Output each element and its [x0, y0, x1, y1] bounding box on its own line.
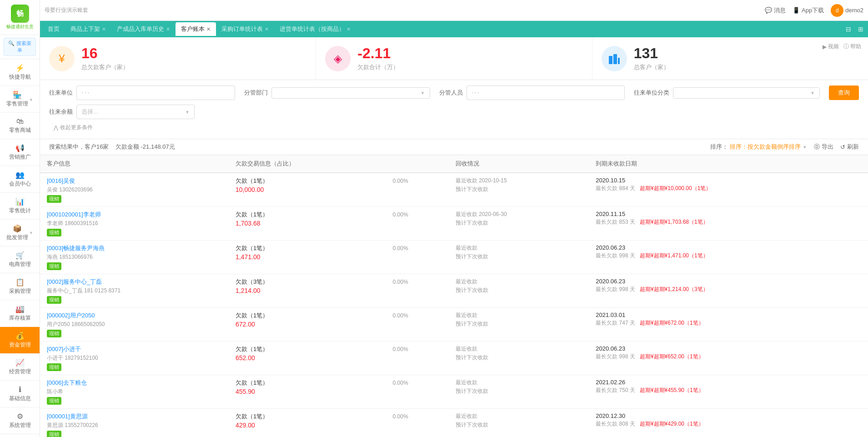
overdue-link-7[interactable]: 超期¥超期¥429.00（1笔）: [640, 421, 704, 427]
tab-product-status[interactable]: 商品上下架 ✕: [65, 22, 111, 36]
filter-select-category[interactable]: ▼: [673, 87, 820, 99]
customer-sub-5: 小进干 18279152100: [47, 354, 222, 362]
customer-name-4[interactable]: [000002]用户2050: [47, 311, 222, 320]
debt-amount-3[interactable]: 1,214.00: [236, 287, 379, 294]
app-download-btn[interactable]: 📱 App下载: [793, 6, 824, 15]
sidebar-item-operations[interactable]: 📈 经营管理: [0, 354, 40, 381]
sidebar-item-retail-mgmt[interactable]: 🏪 零售管理 ▲: [0, 86, 40, 113]
tabs-maximize-btn[interactable]: ⊞: [856, 25, 866, 34]
sidebar-item-member[interactable]: 👥 会员中心: [0, 166, 40, 193]
collapse-filter-btn[interactable]: ⋀ 收起更多条件: [49, 122, 859, 133]
overdue-link-3[interactable]: 超期¥超期¥1,214.00（3笔）: [640, 286, 708, 292]
tab-home[interactable]: 首页: [42, 22, 65, 36]
customer-name-0[interactable]: [0016]吴俊: [47, 177, 222, 185]
sidebar-item-quick-nav[interactable]: ⚡ 快捷导航: [0, 59, 40, 86]
debt-ratio-1: 0.00%: [393, 211, 442, 218]
customer-sub-6: 陈小希: [47, 388, 222, 396]
sidebar-item-inventory[interactable]: 🏭 库存核算: [0, 300, 40, 327]
message-btn[interactable]: 💬 消息: [765, 6, 786, 15]
query-button[interactable]: 查询: [829, 85, 859, 100]
overdue-link-0[interactable]: 超期¥超期¥10,000.00（1笔）: [640, 185, 711, 191]
sidebar-item-wholesale[interactable]: 📦 批发管理 ▼: [0, 220, 40, 246]
filter-input-partner[interactable]: ···: [76, 85, 235, 100]
sidebar: 畅 畅捷通好生意 🔍 搜索菜单 ⚡ 快捷导航 🏪 零售管理 ▲ 🛍 零售商城: [0, 0, 40, 437]
results-bar: 搜索结果中，客户16家 欠款金额 -21,148.07元 排序： 排序：按欠款金…: [40, 139, 868, 155]
purchase-icon: 📋: [2, 278, 37, 286]
export-btn[interactable]: ⓪ 导出: [814, 143, 833, 151]
cell-customer-6: [0006]去下粮仓 陈小希 现销: [40, 375, 229, 409]
debt-count-4: 欠款（1笔）: [236, 311, 379, 320]
customer-name-5[interactable]: [0007]小进干: [47, 345, 222, 353]
col-debt-ratio: [386, 155, 449, 173]
payback-next-2: 预计下次收款: [456, 253, 582, 261]
refresh-btn[interactable]: ↺ 刷新: [840, 143, 859, 151]
overdue-link-1[interactable]: 超期¥超期¥1,703.68（1笔）: [640, 219, 708, 225]
filter-field-balance: 往来余额 选择... ▼: [49, 105, 195, 119]
filter-label-balance: 往来余额: [49, 108, 73, 116]
customer-sub-1: 李老师 18600391516: [47, 220, 222, 227]
help-link[interactable]: ⓘ 帮助: [843, 43, 861, 50]
filter-input-person[interactable]: ···: [467, 85, 625, 100]
payback-next-1: 预计下次收款: [456, 219, 582, 227]
cell-due-7: 2020.12.30 最长欠款 808 天 超期¥超期¥429.00（1笔）: [589, 409, 868, 437]
stat-icon-3: [602, 46, 627, 71]
debt-amount-1[interactable]: 1,703.68: [236, 220, 379, 227]
video-link[interactable]: ▶ 视频: [823, 43, 839, 50]
col-customer-info: 客户信息: [40, 155, 229, 173]
cell-debt-ratio-7: 0.00%: [386, 409, 449, 437]
sidebar-item-basic-info[interactable]: ℹ 基础信息: [0, 381, 40, 407]
filter-row-2: 往来余额 选择... ▼: [49, 105, 859, 119]
sidebar-item-marketing[interactable]: 📢 营销推广: [0, 139, 40, 166]
tab-production-history[interactable]: 产成品入库单历史 ✕: [111, 22, 176, 36]
debt-amount-4[interactable]: 672.00: [236, 321, 379, 328]
tab-customer-account[interactable]: 客户账本 ✕: [176, 22, 216, 36]
search-menu-btn[interactable]: 🔍 搜索菜单: [4, 38, 36, 56]
close-tab-purchase-summary[interactable]: ✕: [265, 26, 269, 32]
debt-amount-0[interactable]: 10,000.00: [236, 186, 379, 193]
tab-purchase-summary[interactable]: 采购订单统计表 ✕: [216, 22, 274, 36]
filter-label-partner: 往来单位: [49, 89, 73, 97]
debt-amount-5[interactable]: 652.00: [236, 354, 379, 362]
overdue-link-6[interactable]: 超期¥超期¥455.90（1笔）: [640, 387, 704, 393]
cell-debt-ratio-6: 0.00%: [386, 375, 449, 409]
sidebar-item-ecommerce[interactable]: 🛒 电商管理: [0, 246, 40, 273]
sidebar-item-purchase[interactable]: 📋 采购管理: [0, 273, 40, 300]
close-tab-customer-account[interactable]: ✕: [206, 26, 211, 32]
stat-card-debt-total: ◈ -2.11 欠款合计（万）: [316, 37, 592, 80]
close-tab-product-status[interactable]: ✕: [102, 26, 106, 32]
customer-name-7[interactable]: [000001]黄思源: [47, 412, 222, 421]
overdue-link-4[interactable]: 超期¥超期¥672.00（1笔）: [640, 320, 704, 326]
sidebar-item-finance[interactable]: 💰 资金管理: [0, 327, 40, 354]
download-icon: 📱: [793, 7, 800, 14]
tabs-minimize-btn[interactable]: ⊟: [843, 25, 853, 34]
filter-field-dept: 分管部门 ▼: [244, 87, 430, 99]
sidebar-item-corp-collab[interactable]: 🤝 企业协同: [0, 434, 40, 437]
customer-name-1[interactable]: [0001020001]李老师: [47, 211, 222, 219]
filter-select-dept[interactable]: ▼: [271, 87, 430, 99]
customer-name-6[interactable]: [0006]去下粮仓: [47, 379, 222, 387]
overdue-link-5[interactable]: 超期¥超期¥652.00（1笔）: [640, 353, 704, 360]
sort-select[interactable]: 排序： 排序：按欠款金额倒序排序 ▼: [710, 143, 807, 151]
payback-date-5: 最近收款: [456, 345, 582, 353]
customer-name-3[interactable]: [0002]服务中心_丁磊: [47, 278, 222, 286]
sidebar-item-retail-stat[interactable]: 📊 零售统计: [0, 193, 40, 220]
payback-next-5: 预计下次收款: [456, 354, 582, 362]
sidebar-item-retail-shop[interactable]: 🛍 零售商城: [0, 113, 40, 139]
debt-amount-7[interactable]: 429.00: [236, 422, 379, 429]
overdue-link-2[interactable]: 超期¥超期¥1,471.00（1笔）: [640, 252, 708, 259]
logo-area: 畅 畅捷通好生意: [0, 0, 40, 35]
debt-amount-2[interactable]: 1,471.00: [236, 253, 379, 261]
chevron-balance: ▼: [185, 110, 190, 115]
sidebar-item-system[interactable]: ⚙ 系统管理: [0, 407, 40, 434]
close-tab-purchase-product-summary[interactable]: ✕: [346, 26, 351, 32]
customer-name-2[interactable]: [0003]畅捷服务尹海燕: [47, 244, 222, 252]
table-header: 客户信息 欠款交易信息（占比） 回收情况 到期未收款日期: [40, 155, 868, 173]
user-menu-btn[interactable]: d demo2: [831, 4, 863, 17]
close-tab-production-history[interactable]: ✕: [166, 26, 170, 32]
cell-due-6: 2021.02.26 最长欠款 750 天 超期¥超期¥455.90（1笔）: [589, 375, 868, 409]
debt-amount-6[interactable]: 455.90: [236, 388, 379, 395]
payback-date-6: 最近收款: [456, 379, 582, 387]
tab-purchase-product-summary[interactable]: 进货单统计表（按商品） ✕: [274, 22, 356, 36]
payback-date-1: 最近收款 2020-06-30: [456, 211, 582, 218]
filter-select-balance[interactable]: 选择... ▼: [76, 105, 195, 119]
